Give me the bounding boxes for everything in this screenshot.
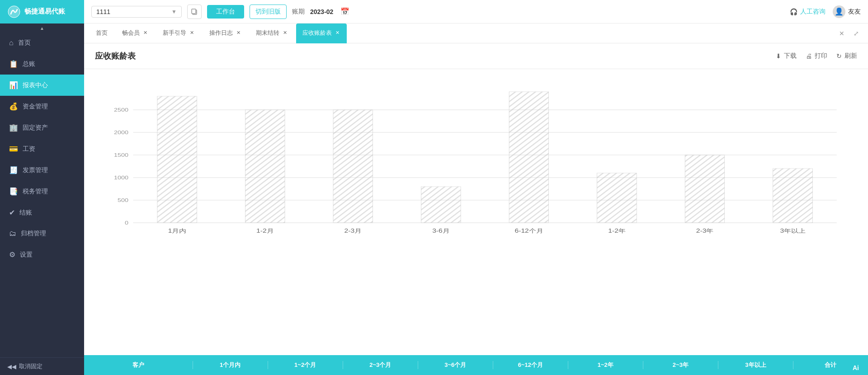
svg-text:1500: 1500 [114, 152, 128, 158]
print-button[interactable]: 🖨 打印 [806, 52, 827, 60]
th-6~12个月: 6~12个月 [493, 361, 568, 369]
tab-操作日志[interactable]: 操作日志✕ [203, 23, 248, 43]
tab-label: 应收账龄表 [302, 29, 332, 37]
logo-area: 畅捷通易代账 [0, 0, 84, 23]
print-icon: 🖨 [806, 52, 812, 60]
svg-rect-16 [157, 96, 197, 223]
sidebar-item-固定资产[interactable]: 🏢固定资产 [0, 117, 84, 138]
ai-badge[interactable]: Ai [844, 361, 868, 375]
sidebar-icon: 📊 [9, 81, 18, 89]
tab-畅会员[interactable]: 畅会员✕ [116, 23, 155, 43]
download-button[interactable]: ⬇ 下载 [776, 52, 797, 60]
copy-button[interactable] [187, 5, 202, 19]
sidebar-icon: 🗂 [9, 230, 16, 238]
tabs-bar: 首页畅会员✕新手引导✕操作日志✕期末结转✕应收账龄表✕ ✕ ⤢ [84, 23, 868, 43]
svg-text:3年以上: 3年以上 [780, 228, 806, 234]
sidebar-item-资金管理[interactable]: 💰资金管理 [0, 96, 84, 117]
company-name: 1111 [96, 8, 168, 15]
user-name: 友友 [848, 8, 861, 16]
sidebar-label: 首页 [18, 39, 31, 47]
sidebar-icon: ⚙ [9, 250, 15, 259]
company-selector[interactable]: 1111 ▼ [91, 6, 182, 18]
svg-text:2000: 2000 [114, 130, 128, 136]
svg-text:3-6月: 3-6月 [432, 228, 449, 234]
sidebar-item-发票管理[interactable]: 🧾发票管理 [0, 159, 84, 181]
sidebar-label: 发票管理 [23, 166, 48, 174]
tab-新手引导[interactable]: 新手引导✕ [156, 23, 201, 43]
sidebar-icon: ⌂ [9, 39, 14, 47]
period-value: 2023-02 [310, 8, 333, 15]
sidebar-icon: 📑 [9, 187, 18, 196]
switch-old-button[interactable]: 切到旧版 [250, 5, 287, 19]
svg-text:0: 0 [125, 220, 128, 226]
sidebar-item-工资[interactable]: 💳工资 [0, 138, 84, 159]
th-2~3年: 2~3年 [643, 361, 718, 369]
close-tab-button[interactable]: ✕ [835, 27, 848, 40]
sidebar-label: 设置 [20, 251, 33, 259]
tab-close-icon[interactable]: ✕ [282, 30, 288, 36]
svg-rect-20 [333, 110, 373, 223]
sidebar-item-税务管理[interactable]: 📑税务管理 [0, 181, 84, 202]
cancel-fixed-button[interactable]: ◀◀ 取消固定 [0, 357, 84, 375]
table-header: 客户1个月内1~2个月2~3个月3~6个月6~12个月1~2年2~3年3年以上合… [84, 355, 868, 375]
sidebar-label: 税务管理 [23, 188, 48, 196]
calendar-icon[interactable]: 📅 [340, 7, 349, 16]
sidebar-item-总账[interactable]: 📋总账 [0, 53, 84, 75]
th-3年以上: 3年以上 [718, 361, 793, 369]
sidebar-icon: 💳 [9, 145, 18, 153]
svg-text:2-3月: 2-3月 [344, 228, 362, 234]
svg-rect-24 [509, 92, 549, 223]
svg-text:500: 500 [118, 197, 128, 203]
svg-text:1000: 1000 [114, 175, 128, 181]
content-area: 首页畅会员✕新手引导✕操作日志✕期末结转✕应收账龄表✕ ✕ ⤢ 应收账龄表 ⬇ … [84, 23, 868, 375]
consult-button[interactable]: 🎧 人工咨询 [790, 8, 826, 16]
tab-close-icon[interactable]: ✕ [142, 30, 148, 36]
tab-首页[interactable]: 首页 [90, 23, 114, 43]
svg-text:6-12个月: 6-12个月 [514, 228, 543, 234]
th-1个月内: 1个月内 [193, 361, 268, 369]
refresh-label: 刷新 [844, 52, 857, 60]
sidebar-label: 报表中心 [23, 81, 48, 89]
svg-text:1-2月: 1-2月 [256, 228, 274, 234]
tab-close-icon[interactable]: ✕ [189, 30, 195, 36]
svg-rect-28 [685, 155, 725, 223]
logo-icon [7, 5, 21, 19]
th-1~2年: 1~2年 [568, 361, 643, 369]
tab-label: 期末结转 [256, 29, 279, 37]
sidebar-item-归档管理[interactable]: 🗂归档管理 [0, 223, 84, 244]
period-label: 账期 [292, 8, 305, 16]
expand-tab-button[interactable]: ⤢ [850, 27, 863, 40]
tab-期末结转[interactable]: 期末结转✕ [250, 23, 294, 43]
refresh-button[interactable]: ↻ 刷新 [836, 52, 857, 60]
sidebar-item-结账[interactable]: ✔结账 [0, 202, 84, 223]
tab-应收账龄表[interactable]: 应收账龄表✕ [296, 23, 347, 43]
sidebar-label: 总账 [23, 60, 35, 68]
sidebar-label: 工资 [23, 145, 35, 153]
sidebar-scroll-up[interactable]: ▲ [0, 23, 84, 33]
user-area[interactable]: 👤 友友 [833, 5, 861, 18]
tab-close-icon[interactable]: ✕ [236, 30, 241, 36]
sidebar-item-报表中心[interactable]: 📊报表中心 [0, 75, 84, 96]
chevron-down-icon: ▼ [171, 9, 177, 15]
th-3~6个月: 3~6个月 [418, 361, 493, 369]
sidebar-item-首页[interactable]: ⌂首页 [0, 33, 84, 53]
sidebar-item-设置[interactable]: ⚙设置 [0, 244, 84, 265]
refresh-icon: ↻ [836, 52, 842, 60]
logo-text: 畅捷通易代账 [24, 7, 65, 16]
svg-rect-30 [773, 169, 813, 223]
workbench-button[interactable]: 工作台 [207, 5, 244, 19]
tab-label: 新手引导 [163, 29, 186, 37]
sidebar-icon: 💰 [9, 102, 18, 111]
th-客户: 客户 [84, 361, 193, 369]
svg-rect-2 [192, 9, 196, 14]
page-actions: ⬇ 下载 🖨 打印 ↻ 刷新 [776, 52, 857, 60]
th-1~2个月: 1~2个月 [268, 361, 343, 369]
page-title: 应收账龄表 [95, 51, 136, 61]
page-content: 应收账龄表 ⬇ 下载 🖨 打印 ↻ 刷新 [84, 43, 868, 375]
sidebar: ▲ ⌂首页📋总账📊报表中心💰资金管理🏢固定资产💳工资🧾发票管理📑税务管理✔结账🗂… [0, 23, 84, 375]
svg-rect-22 [421, 187, 461, 223]
tabs-right: ✕ ⤢ [835, 27, 863, 40]
pin-icon: ◀◀ [7, 363, 16, 370]
tab-close-icon[interactable]: ✕ [335, 30, 340, 36]
download-icon: ⬇ [776, 52, 781, 60]
